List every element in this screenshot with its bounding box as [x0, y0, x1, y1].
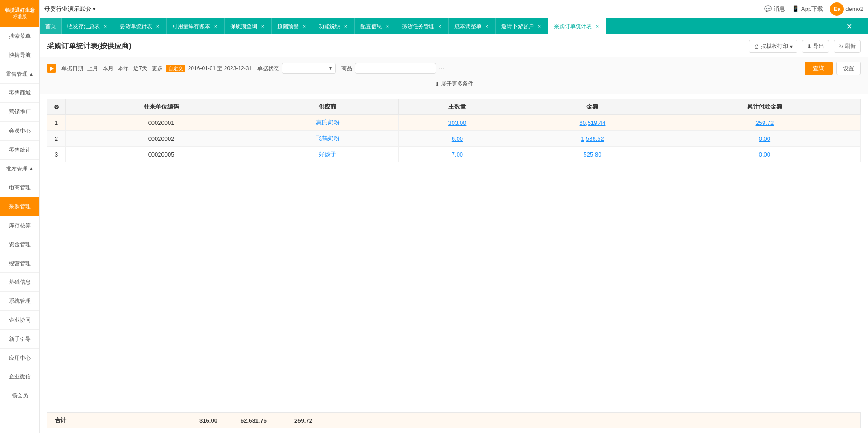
col-qty: 主数量: [398, 99, 516, 115]
avatar: Ea: [830, 2, 844, 16]
footer-qty: 316.00: [186, 417, 231, 424]
tab-close-11[interactable]: ×: [594, 23, 600, 29]
workspace-selector[interactable]: 母婴行业演示账套 ▾: [44, 5, 96, 13]
query-button[interactable]: 查询: [805, 62, 833, 75]
date-label: 单据日期: [61, 65, 83, 72]
sidebar-item-4[interactable]: 营销推广: [0, 103, 39, 122]
supplier-link[interactable]: 好孩子: [319, 151, 336, 157]
sidebar-item-12[interactable]: 经营管理: [0, 254, 39, 273]
tab-close-9[interactable]: ×: [484, 23, 490, 29]
sidebar-item-18[interactable]: 企业微信: [0, 367, 39, 386]
sidebar-item-15[interactable]: 企业协同: [0, 311, 39, 330]
sidebar-item-5[interactable]: 会员中心: [0, 122, 39, 141]
qty-link[interactable]: 6.00: [452, 135, 463, 142]
qty-link[interactable]: 7.00: [452, 151, 463, 158]
sidebar-item-13[interactable]: 基础信息: [0, 273, 39, 292]
tab-close-6[interactable]: ×: [343, 23, 349, 29]
filter-toggle-button[interactable]: ▶: [47, 64, 56, 73]
paid-link[interactable]: 259.72: [756, 119, 774, 126]
amount-link[interactable]: 60,519.44: [580, 119, 606, 126]
app-download-btn[interactable]: 📱 App下载: [792, 5, 823, 13]
app-logo: 畅捷通好生意 标准版: [0, 0, 39, 27]
sidebar-item-9[interactable]: 采购管理: [0, 197, 39, 216]
paid-link[interactable]: 0.00: [759, 135, 770, 142]
amount-link[interactable]: 525.80: [584, 151, 602, 158]
nav-tab-4[interactable]: 保质期查询×: [225, 18, 272, 34]
app-download-icon: 📱: [792, 5, 799, 12]
sidebar-item-19[interactable]: 畅会员: [0, 386, 39, 405]
tab-label-2: 要货单统计表: [120, 23, 152, 30]
tab-close-8[interactable]: ×: [437, 23, 443, 29]
refresh-button[interactable]: ↻ 刷新: [834, 40, 861, 53]
nav-tab-3[interactable]: 可用量库存账本×: [167, 18, 225, 34]
expand-more-button[interactable]: ⬇ 展开更多条件: [431, 79, 477, 89]
nav-tab-6[interactable]: 功能说明×: [313, 18, 355, 34]
topbar: 母婴行业演示账套 ▾ 💬 消息 📱 App下载 Ea demo2: [40, 0, 868, 18]
date-custom-badge[interactable]: 自定义: [166, 65, 185, 72]
sidebar-item-3[interactable]: 零售商城: [0, 84, 39, 103]
qty-link[interactable]: 303.00: [448, 119, 467, 126]
goods-more-icon[interactable]: ···: [439, 65, 444, 72]
col-code: 往来单位编码: [66, 99, 257, 115]
nav-tab-9[interactable]: 成本调整单×: [449, 18, 496, 34]
user-profile[interactable]: Ea demo2: [830, 2, 863, 16]
supplier-link[interactable]: 惠氏奶粉: [316, 119, 340, 126]
shortcut-this-year[interactable]: 本年: [117, 64, 130, 73]
goods-filter-group: 商品 ···: [341, 63, 444, 74]
sidebar-item-1[interactable]: 快捷导航: [0, 46, 39, 65]
nav-tab-2[interactable]: 要货单统计表×: [114, 18, 167, 34]
nav-tab-10[interactable]: 邀请下游客户×: [496, 18, 548, 34]
footer-amount: 62,631.76: [231, 417, 276, 424]
sidebar-item-7[interactable]: 批发管理 ▲: [0, 160, 39, 179]
nav-tab-7[interactable]: 配置信息×: [355, 18, 396, 34]
tab-label-3: 可用量库存账本: [172, 23, 210, 30]
tab-close-7[interactable]: ×: [384, 23, 391, 29]
shortcut-last-month[interactable]: 上月: [86, 64, 99, 73]
supplier-link[interactable]: 飞鹤奶粉: [316, 135, 340, 142]
maximize-icon[interactable]: ⛶: [855, 21, 864, 31]
col-paid: 累计付款金额: [669, 99, 860, 115]
sidebar-item-2[interactable]: 零售管理 ▲: [0, 65, 39, 84]
status-filter-group: 单据状态 ▾: [257, 63, 336, 74]
goods-input[interactable]: [355, 63, 436, 74]
nav-tab-1[interactable]: 收发存汇总表×: [62, 18, 114, 34]
shortcut-this-month[interactable]: 本月: [101, 64, 115, 73]
page-title: 采购订单统计表(按供应商): [47, 42, 132, 51]
sidebar-item-16[interactable]: 新手引导: [0, 330, 39, 349]
tab-close-3[interactable]: ×: [212, 23, 219, 29]
status-select[interactable]: ▾: [282, 63, 336, 74]
nav-tab-8[interactable]: 拣货任务管理×: [396, 18, 449, 34]
settings-button[interactable]: 设置: [836, 62, 861, 75]
nav-tab-0[interactable]: 首页: [40, 18, 62, 34]
tab-close-4[interactable]: ×: [259, 23, 266, 29]
sidebar-item-6[interactable]: 零售统计: [0, 141, 39, 160]
shortcut-7days[interactable]: 近7天: [132, 64, 149, 73]
tab-close-2[interactable]: ×: [155, 23, 161, 29]
template-print-button[interactable]: 🖨 按模板打印 ▾: [749, 40, 797, 53]
export-button[interactable]: ⬇ 导出: [802, 40, 829, 53]
nav-tab-11[interactable]: 采购订单统计表×: [548, 18, 606, 34]
tab-close-10[interactable]: ×: [536, 23, 542, 29]
nav-tab-5[interactable]: 超储预警×: [272, 18, 313, 34]
col-settings[interactable]: ⚙: [47, 99, 66, 115]
tab-label-0: 首页: [45, 23, 56, 30]
sidebar-item-10[interactable]: 库存核算: [0, 216, 39, 235]
tab-close-1[interactable]: ×: [102, 23, 108, 29]
row-amount: 525.80: [516, 147, 669, 162]
tab-label-8: 拣货任务管理: [402, 23, 434, 30]
table-container: ⚙ 往来单位编码 供应商 主数量 金额 累计付款金额 100020001惠氏奶粉…: [40, 94, 868, 412]
tab-close-5[interactable]: ×: [301, 23, 307, 29]
close-tab-icon[interactable]: ✕: [845, 21, 853, 32]
amount-link[interactable]: 1,586.52: [581, 135, 604, 142]
shortcut-more[interactable]: 更多: [151, 64, 164, 73]
message-btn[interactable]: 💬 消息: [764, 5, 785, 13]
sidebar-item-0[interactable]: 搜索菜单: [0, 27, 39, 46]
paid-link[interactable]: 0.00: [759, 151, 770, 158]
sidebar-item-11[interactable]: 资金管理: [0, 235, 39, 254]
sidebar-item-14[interactable]: 系统管理: [0, 292, 39, 311]
sidebar-item-8[interactable]: 电商管理: [0, 178, 39, 197]
settings-icon: ⚙: [54, 104, 59, 110]
filter-row: ▶ 单据日期 上月 本月 本年 近7天 更多 自定义 2016-01-01 至 …: [47, 62, 861, 75]
expand-label: 展开更多条件: [441, 80, 473, 88]
sidebar-item-17[interactable]: 应用中心: [0, 349, 39, 368]
